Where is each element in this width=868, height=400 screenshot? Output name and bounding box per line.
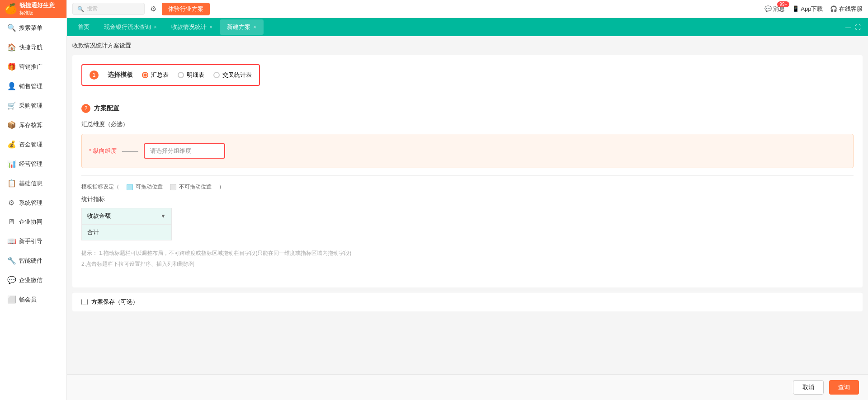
logo-version: 标准版 <box>19 10 55 16</box>
metrics-dropdown-icon[interactable]: ▼ <box>160 213 166 219</box>
service-icon: 🎧 <box>830 5 837 12</box>
radio-summary-label: 汇总表 <box>151 71 169 79</box>
sidebar-item-label: 搜索菜单 <box>19 24 42 32</box>
radio-detail-label: 明细表 <box>187 71 204 79</box>
template-select-box: 1 选择模板 汇总表 明细表 交叉统计表 <box>81 64 260 86</box>
metrics-legend-suffix: ） <box>219 183 224 191</box>
tab-home[interactable]: 首页 <box>71 19 97 35</box>
radio-summary-dot[interactable] <box>142 72 148 78</box>
sidebar-item-operation[interactable]: 📊 经营管理 <box>0 154 66 174</box>
step1-header: 1 选择模板 汇总表 明细表 交叉统计表 <box>81 64 854 95</box>
nav-tabs: 首页 现金银行流水查询 × 收款情况统计 × 新建方案 × — ⛶ <box>67 18 868 36</box>
fixed-box <box>170 184 176 190</box>
step2-section: 2 方案配置 汇总维度（必选） * 纵向维度 —— 请选择分组维度 <box>81 104 854 269</box>
radio-detail[interactable]: 明细表 <box>178 71 204 79</box>
sidebar-item-purchase[interactable]: 🛒 采购管理 <box>0 96 66 115</box>
radio-summary[interactable]: 汇总表 <box>142 71 169 79</box>
sidebar-item-quick-nav[interactable]: 🏠 快捷导航 <box>0 38 66 57</box>
main-card: 1 选择模板 汇总表 明细表 交叉统计表 <box>72 55 863 287</box>
sidebar-item-wechat[interactable]: 💬 企业微信 <box>0 270 66 290</box>
metrics-row-total: 合计 <box>82 224 171 240</box>
sidebar-item-marketing[interactable]: 🎁 营销推广 <box>0 57 66 76</box>
sidebar-item-label: 企业微信 <box>19 276 42 284</box>
arrow-icon: —— <box>122 146 138 156</box>
sidebar-item-label: 经营管理 <box>19 160 42 168</box>
sidebar-item-label: 营销推广 <box>19 63 42 71</box>
tab-receipt-stat[interactable]: 收款情况统计 × <box>164 19 220 35</box>
dimension-select-placeholder: 请选择分组维度 <box>150 147 191 155</box>
tab-bank-flow-close[interactable]: × <box>154 24 157 30</box>
tab-receipt-stat-close[interactable]: × <box>209 24 212 30</box>
radio-cross-dot[interactable] <box>213 72 220 78</box>
trial-button[interactable]: 体验行业方案 <box>162 3 210 15</box>
legend-movable: 可拖动位置 <box>127 183 163 191</box>
metrics-header-label: 收款金额 <box>87 212 111 220</box>
sidebar: 🍊 畅捷通好生意 标准版 🔍 搜索菜单 🏠 快捷导航 🎁 营销推广 👤 销售管理… <box>0 0 67 400</box>
gear-icon[interactable]: ⚙ <box>150 5 156 13</box>
message-icon: 💬 <box>764 5 772 12</box>
gift-icon: 🎁 <box>7 62 15 71</box>
radio-cross-label: 交叉统计表 <box>222 71 252 79</box>
sidebar-item-label: 基础信息 <box>19 179 42 188</box>
dimension-select-dropdown[interactable]: 请选择分组维度 <box>144 143 225 159</box>
save-checkbox[interactable] <box>81 299 88 305</box>
topbar-right: 💬 消息 99+ 📱 App下载 🎧 在线客服 <box>764 5 863 13</box>
sidebar-item-enterprise[interactable]: 🖥 企业协同 <box>0 212 66 231</box>
chart-icon: 📊 <box>7 160 15 168</box>
dimension-row: * 纵向维度 —— 请选择分组维度 <box>89 143 846 159</box>
nav-controls: — ⛶ <box>845 24 864 31</box>
logo-icon: 🍊 <box>5 3 17 15</box>
sidebar-item-search-menu[interactable]: 🔍 搜索菜单 <box>0 18 66 38</box>
tab-bank-flow-label: 现金银行流水查询 <box>104 23 151 31</box>
hint-1: 提示： 1.拖动标题栏可以调整布局，不可跨维度或指标区域拖动栏目字段(只能在同一… <box>81 248 854 259</box>
sidebar-item-base-info[interactable]: 📋 基础信息 <box>0 174 66 193</box>
sidebar-logo: 🍊 畅捷通好生意 标准版 <box>0 0 66 18</box>
page-title: 收款情况统计方案设置 <box>72 42 863 50</box>
tab-new-plan-close[interactable]: × <box>253 24 256 30</box>
download-icon: 📱 <box>792 5 799 12</box>
message-badge[interactable]: 💬 消息 99+ <box>764 5 785 13</box>
sidebar-item-inventory[interactable]: 📦 库存核算 <box>0 115 66 135</box>
sidebar-item-system[interactable]: ⚙ 系统管理 <box>0 193 66 212</box>
sidebar-item-member[interactable]: ⬜ 畅会员 <box>0 290 66 309</box>
metrics-header[interactable]: 收款金额 ▼ <box>82 208 171 224</box>
tab-home-label: 首页 <box>78 23 90 31</box>
topbar: 🔍 搜索 ⚙ 体验行业方案 💬 消息 99+ 📱 App下载 🎧 在线客服 <box>67 0 868 18</box>
sidebar-item-finance[interactable]: 💰 资金管理 <box>0 135 66 154</box>
sidebar-item-label: 系统管理 <box>19 199 42 207</box>
box-icon: 📦 <box>7 121 15 129</box>
settings-icon: ⚙ <box>7 198 15 207</box>
radio-detail-dot[interactable] <box>178 72 184 78</box>
step2-title: 方案配置 <box>94 104 119 113</box>
sidebar-item-hardware[interactable]: 🔧 智能硬件 <box>0 251 66 270</box>
config-section: 汇总维度（必选） * 纵向维度 —— 请选择分组维度 <box>81 120 854 269</box>
sidebar-item-label: 企业协同 <box>19 218 42 226</box>
radio-cross[interactable]: 交叉统计表 <box>213 71 252 79</box>
metrics-title: 统计指标 <box>81 195 854 203</box>
vertical-dimension-label: * 纵向维度 <box>89 147 117 155</box>
sidebar-item-label: 库存核算 <box>19 121 42 129</box>
metrics-table: 收款金额 ▼ 合计 <box>81 208 172 240</box>
download-label: App下载 <box>801 5 823 12</box>
tab-receipt-stat-label: 收款情况统计 <box>171 23 207 31</box>
hints-area: 提示： 1.拖动标题栏可以调整布局，不可跨维度或指标区域拖动栏目字段(只能在同一… <box>81 248 854 269</box>
tab-new-plan[interactable]: 新建方案 × <box>220 19 264 35</box>
dimension-section-label: 汇总维度（必选） <box>81 120 854 128</box>
search-box[interactable]: 🔍 搜索 <box>72 3 145 15</box>
query-button[interactable]: 查询 <box>829 380 859 395</box>
save-label: 方案保存（可选） <box>91 298 138 306</box>
nav-minimize-icon[interactable]: — <box>845 24 851 31</box>
money-icon: 💰 <box>7 140 15 149</box>
sidebar-item-sales[interactable]: 👤 销售管理 <box>0 76 66 96</box>
service-link[interactable]: 🎧 在线客服 <box>830 5 863 13</box>
nav-fullscreen-icon[interactable]: ⛶ <box>855 24 861 31</box>
sidebar-item-guide[interactable]: 📖 新手引导 <box>0 231 66 251</box>
search-placeholder: 搜索 <box>87 5 98 13</box>
cancel-button[interactable]: 取消 <box>793 380 824 395</box>
tab-bank-flow[interactable]: 现金银行流水查询 × <box>97 19 164 35</box>
logo-text: 畅捷通好生意 <box>19 2 55 9</box>
badge-count: 99+ <box>777 1 789 7</box>
step1-title: 选择模板 <box>108 71 133 79</box>
sidebar-item-label: 畅会员 <box>19 296 37 304</box>
download-link[interactable]: 📱 App下载 <box>792 5 823 13</box>
